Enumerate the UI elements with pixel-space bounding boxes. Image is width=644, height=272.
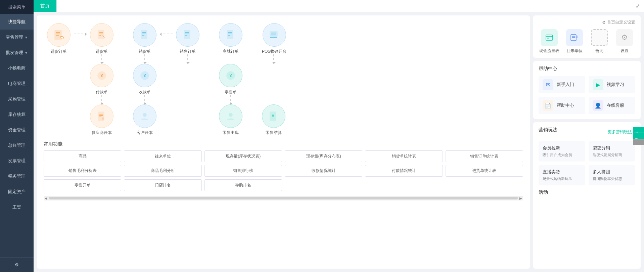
sidebar-item-ledger[interactable]: 总账管理 <box>0 138 34 153</box>
settings-icon: ⚙ <box>616 29 633 46</box>
qi-none[interactable]: 暂无 <box>589 29 610 54</box>
marketing-more[interactable]: 更多营销玩法 > <box>608 129 635 135</box>
contacts-label: 往来单位 <box>566 48 583 54</box>
mall-order-label: 商城订单 <box>223 49 239 54</box>
sidebar-item-inventory[interactable]: 库存核算 <box>0 107 34 122</box>
mkt-group[interactable]: 多人拼团 拼团购物享受优惠 <box>589 165 635 185</box>
mkt-live[interactable]: 直播卖货 场景式购物新玩法 <box>539 165 585 185</box>
flow-node-customer-account[interactable]: 客户账本 <box>133 104 156 136</box>
sidebar-item-quicknav[interactable]: 快捷导航 <box>0 14 34 30</box>
flow-node-sales-order[interactable]: 销售订单 <box>176 23 199 54</box>
flow-node-sales-bill[interactable]: 销货单 <box>133 23 156 54</box>
cf-btn-stock1[interactable]: 现存量(库存状况表) <box>204 150 282 162</box>
cf-btn-store-rank[interactable]: 门店排名 <box>124 179 201 191</box>
flow-node-mall-order[interactable]: 商城订单 <box>219 23 242 54</box>
mkt-member[interactable]: 会员拉新 吸引用户成为会员 <box>539 141 585 162</box>
cf-btn-goods-profit[interactable]: 商品毛利分析 <box>124 165 201 177</box>
help-item-help[interactable]: 📄 帮助中心 <box>539 97 585 114</box>
svg-rect-46 <box>576 37 578 38</box>
quick-icons-grid: 现金流量表 往来单位 暂无 ⚙ <box>539 29 635 54</box>
flow-node-purchase-order[interactable]: + 进货订单 <box>47 23 71 54</box>
tab-home[interactable]: 首页 <box>34 0 57 12</box>
flow-node-supplier-account[interactable]: 供应商账本 <box>90 104 113 136</box>
scroll-right-arrow[interactable]: ▶ <box>518 196 523 200</box>
sidebar-assets-label: 固定资产 <box>8 189 26 195</box>
flow-node-payment-out[interactable]: ¥ 付款单 <box>90 64 113 95</box>
qi-contacts[interactable]: 往来单位 <box>564 29 586 54</box>
qi-cash-flow[interactable]: 现金流量表 <box>539 29 560 54</box>
mkt-member-desc: 吸引用户成为会员 <box>543 152 581 157</box>
mall-order-icon <box>219 23 242 47</box>
help-doc-icon: 📄 <box>543 100 553 111</box>
help-item-service[interactable]: 👤 在线客服 <box>589 97 635 114</box>
flow-node-retail-settle[interactable]: ¥ 零售结算 <box>262 104 285 136</box>
cash-flow-label: 现金流量表 <box>539 48 559 54</box>
payment-out-label: 付款单 <box>96 89 108 95</box>
cf-btn-sales-stat[interactable]: 销货单统计表 <box>365 150 443 162</box>
qi-settings[interactable]: ⚙ 设置 <box>614 29 636 54</box>
sidebar-item-salary[interactable]: 工资 <box>0 199 34 215</box>
cf-btn-stock2[interactable]: 现存量(库存分布表) <box>285 150 362 162</box>
flow-node-retail-out[interactable]: 零售出库 <box>219 104 242 136</box>
v-arrow-retail <box>230 95 231 104</box>
svg-rect-45 <box>576 36 578 37</box>
cf-btn-sales-profit[interactable]: 销售毛利分析表 <box>44 165 121 177</box>
none-icon <box>591 29 608 46</box>
sidebar-settings[interactable]: ⚙ <box>0 257 34 272</box>
sidebar-ecom-label: 电商管理 <box>8 81 26 87</box>
expand-icon[interactable]: ⤢ <box>632 3 644 9</box>
marketing-title: 营销玩法 <box>539 127 557 133</box>
cf-grid-row1: 商品 往来单位 现存量(库存状况表) 现存量(库存分布表) 销货单统计表 销售订… <box>44 150 523 162</box>
sidebar-search[interactable]: 搜索菜单 <box>0 0 34 14</box>
mkt-fission[interactable]: 裂变分销 裂变式发展分销商 <box>589 141 635 162</box>
flow-node-payment-in[interactable]: ¥ 收款单 <box>133 64 156 95</box>
help-item-video[interactable]: ▶ 视频学习 <box>589 76 635 93</box>
flow-col-pos: POS收银开台 <box>259 23 290 54</box>
mkt-live-desc: 场景式购物新玩法 <box>543 176 581 181</box>
flow-col-customer-account: 客户账本 <box>130 104 160 136</box>
sidebar-item-ecom[interactable]: 电商管理 <box>0 76 34 91</box>
horizontal-scrollbar[interactable]: ◀ ▶ <box>44 196 523 200</box>
retail-out-icon <box>219 104 242 128</box>
cf-btn-sales-order-stat[interactable]: 销售订单统计表 <box>446 150 523 162</box>
float-btn-service[interactable]: 客服热线 <box>633 127 644 133</box>
float-btn-community[interactable]: 服务社区 <box>633 133 644 139</box>
retail-settle-label: 零售结算 <box>266 130 282 136</box>
scroll-thumb[interactable] <box>49 197 518 199</box>
sidebar-item-xiaochang[interactable]: 小畅电商 <box>0 60 34 76</box>
cf-btn-purchase-stat[interactable]: 进货单统计表 <box>446 165 523 177</box>
cf-btn-retail-order[interactable]: 零售开单 <box>44 179 121 191</box>
svg-point-36 <box>229 113 232 117</box>
v-arrow-sales-bill <box>144 54 145 64</box>
sidebar-item-invoice[interactable]: 发票管理 <box>0 153 34 169</box>
help-item-beginner[interactable]: ✉ 新手入门 <box>539 76 585 93</box>
sidebar-wholesale-label: 批发管理 <box>6 50 23 56</box>
flow-node-purchase-bill[interactable]: 进货单 <box>90 23 113 54</box>
sidebar-item-retail[interactable]: 零售管理 ▼ <box>0 30 34 45</box>
sidebar-item-assets[interactable]: 固定资产 <box>0 184 34 199</box>
flow-node-retail-order[interactable]: ¥ 零售单 <box>219 64 242 95</box>
cf-btn-receipt-stat[interactable]: 收款情况统计 <box>285 165 362 177</box>
sidebar-item-tax[interactable]: 税务管理 <box>0 169 34 184</box>
sidebar-item-wholesale[interactable]: 批发管理 ▼ <box>0 45 34 60</box>
v-arrow-sales-order <box>187 54 188 64</box>
purchase-bill-icon <box>90 23 113 47</box>
settings-label: 设置 <box>620 48 629 54</box>
sidebar-item-purchase[interactable]: 采购管理 <box>0 91 34 107</box>
sales-bill-label: 销货单 <box>139 49 151 54</box>
payment-in-icon: ¥ <box>133 64 156 87</box>
flow-node-pos[interactable]: POS收银开台 <box>262 23 286 54</box>
cf-btn-sales-rank[interactable]: 销售排行榜 <box>204 165 282 177</box>
customize-header[interactable]: ⚙ 首页自定义设置 <box>539 19 635 25</box>
sidebar-item-finance[interactable]: 资金管理 <box>0 122 34 138</box>
cf-btn-guide-rank[interactable]: 导购排名 <box>204 179 282 191</box>
cf-btn-goods[interactable]: 商品 <box>44 150 121 162</box>
scroll-left-arrow[interactable]: ◀ <box>44 196 48 200</box>
cf-btn-contacts[interactable]: 往来单位 <box>124 150 201 162</box>
marketing-grid: 会员拉新 吸引用户成为会员 裂变分销 裂变式发展分销商 直播卖货 场景式购物新玩… <box>539 141 635 185</box>
float-btn-desktop[interactable]: 桌面快捷 <box>633 139 644 145</box>
cf-btn-payment-stat[interactable]: 付款情况统计 <box>365 165 443 177</box>
purchase-order-icon: + <box>47 23 71 47</box>
content-area: + 进货订单 <box>34 12 644 272</box>
svg-text:¥: ¥ <box>100 73 103 78</box>
